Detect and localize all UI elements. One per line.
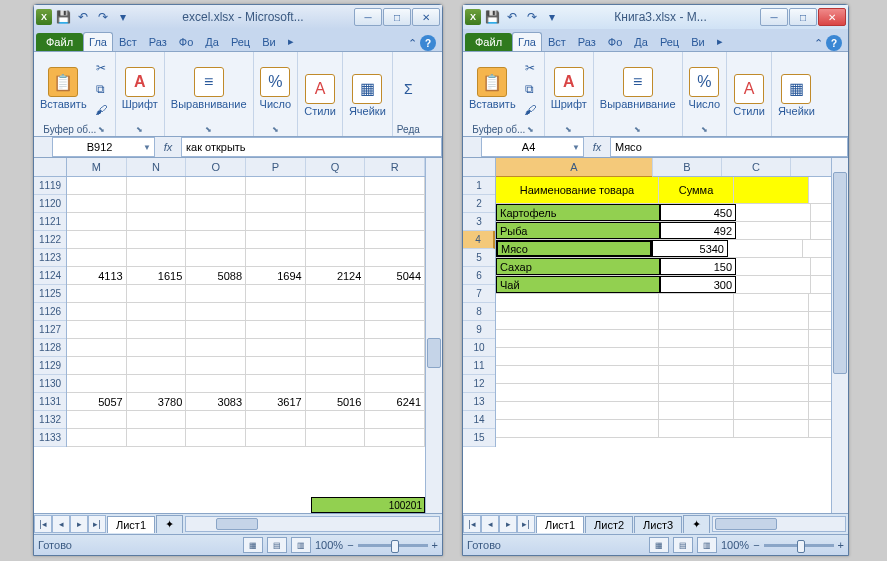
cell[interactable]	[306, 375, 366, 392]
sheet-tab[interactable]: Лист3	[634, 516, 682, 533]
styles-button[interactable]: AСтили	[731, 72, 767, 119]
product-name-cell[interactable]: Мясо	[496, 240, 652, 257]
cell[interactable]	[246, 375, 306, 392]
redo-icon[interactable]: ↷	[94, 8, 112, 26]
normal-view-icon[interactable]: ▦	[649, 537, 669, 553]
cell[interactable]	[736, 204, 811, 221]
cell[interactable]: 5057	[67, 393, 127, 410]
row-header[interactable]: 2	[463, 195, 495, 213]
font-launcher[interactable]: ⬊	[565, 123, 572, 136]
cell[interactable]	[659, 420, 734, 437]
number-launcher[interactable]: ⬊	[701, 123, 708, 136]
column-header[interactable]: C	[722, 158, 791, 176]
scroll-thumb[interactable]	[715, 518, 777, 530]
cell[interactable]: 5088	[186, 267, 246, 284]
fx-icon[interactable]: fx	[588, 138, 606, 156]
sum-cell[interactable]: 5340	[652, 240, 728, 257]
layout-view-icon[interactable]: ▤	[673, 537, 693, 553]
cell[interactable]	[186, 249, 246, 266]
undo-icon[interactable]: ↶	[74, 8, 92, 26]
font-launcher[interactable]: ⬊	[136, 123, 143, 136]
horizontal-scrollbar[interactable]	[185, 516, 440, 532]
format-painter-icon[interactable]: 🖌	[91, 100, 111, 120]
tab-insert[interactable]: Вст	[542, 32, 572, 51]
cell[interactable]	[186, 231, 246, 248]
cell[interactable]: 3083	[186, 393, 246, 410]
product-name-cell[interactable]: Картофель	[496, 204, 660, 221]
row-header[interactable]: 3	[463, 213, 495, 231]
sum-cell[interactable]: 300	[660, 276, 736, 293]
cells-button[interactable]: ▦Ячейки	[347, 72, 388, 119]
column-header[interactable]: B	[653, 158, 722, 176]
cell[interactable]	[728, 240, 803, 257]
cell[interactable]	[659, 384, 734, 401]
cell[interactable]	[365, 213, 425, 230]
alignment-button[interactable]: ≡Выравнивание	[169, 65, 249, 112]
zoom-in-icon[interactable]: +	[432, 539, 438, 551]
cell[interactable]	[306, 429, 366, 446]
tab-more[interactable]: ▸	[282, 31, 300, 51]
tab-home[interactable]: Гла	[83, 32, 113, 51]
tab-formulas[interactable]: Фо	[173, 32, 199, 51]
cell[interactable]	[186, 375, 246, 392]
cell[interactable]	[734, 366, 809, 383]
zoom-thumb[interactable]	[797, 540, 805, 553]
cell[interactable]	[246, 249, 306, 266]
sum-cell[interactable]: 150	[660, 258, 736, 275]
help-icon[interactable]: ?	[826, 35, 842, 51]
product-name-cell[interactable]: Сахар	[496, 258, 660, 275]
cell[interactable]	[127, 231, 187, 248]
cell[interactable]	[734, 312, 809, 329]
product-name-cell[interactable]: Чай	[496, 276, 660, 293]
horizontal-scrollbar[interactable]	[712, 516, 846, 532]
cell[interactable]	[734, 384, 809, 401]
align-launcher[interactable]: ⬊	[634, 123, 641, 136]
scroll-thumb[interactable]	[833, 172, 847, 374]
zoom-level[interactable]: 100%	[315, 539, 343, 551]
cell[interactable]	[306, 213, 366, 230]
cell[interactable]	[365, 177, 425, 194]
cell[interactable]: 5044	[365, 267, 425, 284]
cell[interactable]	[496, 330, 659, 347]
row-header[interactable]: 1126	[34, 303, 66, 321]
last-sheet-icon[interactable]: ▸|	[88, 515, 106, 533]
cell[interactable]	[127, 339, 187, 356]
scroll-thumb[interactable]	[427, 338, 441, 368]
cell[interactable]	[127, 411, 187, 428]
cell[interactable]	[67, 213, 127, 230]
row-header[interactable]: 7	[463, 285, 495, 303]
cell[interactable]	[734, 294, 809, 311]
column-header[interactable]: P	[246, 158, 306, 176]
row-header[interactable]: 5	[463, 249, 495, 267]
file-tab[interactable]: Файл	[465, 33, 512, 51]
row-header[interactable]: 1130	[34, 375, 66, 393]
zoom-thumb[interactable]	[391, 540, 399, 553]
vertical-scrollbar[interactable]	[831, 158, 848, 513]
cell[interactable]	[186, 177, 246, 194]
cell[interactable]	[186, 321, 246, 338]
sum-cell[interactable]: 450	[660, 204, 736, 221]
cell[interactable]	[127, 429, 187, 446]
tab-formulas[interactable]: Фо	[602, 32, 628, 51]
cell[interactable]	[734, 348, 809, 365]
close-button[interactable]: ✕	[412, 8, 440, 26]
cell[interactable]	[306, 321, 366, 338]
cell[interactable]: 3617	[246, 393, 306, 410]
cell[interactable]	[365, 231, 425, 248]
cell[interactable]	[365, 411, 425, 428]
tab-review[interactable]: Рец	[225, 32, 256, 51]
tab-layout[interactable]: Раз	[143, 32, 173, 51]
cell[interactable]	[496, 420, 659, 437]
font-button[interactable]: AШрифт	[120, 65, 160, 112]
cell[interactable]	[306, 231, 366, 248]
cell[interactable]: 5016	[306, 393, 366, 410]
cell[interactable]	[659, 366, 734, 383]
new-sheet-button[interactable]: ✦	[683, 515, 710, 533]
cell[interactable]	[186, 429, 246, 446]
number-launcher[interactable]: ⬊	[272, 123, 279, 136]
table-header-cell[interactable]: Сумма	[659, 177, 734, 203]
zoom-out-icon[interactable]: −	[347, 539, 353, 551]
cell[interactable]	[306, 357, 366, 374]
first-sheet-icon[interactable]: |◂	[463, 515, 481, 533]
cell[interactable]	[496, 402, 659, 419]
